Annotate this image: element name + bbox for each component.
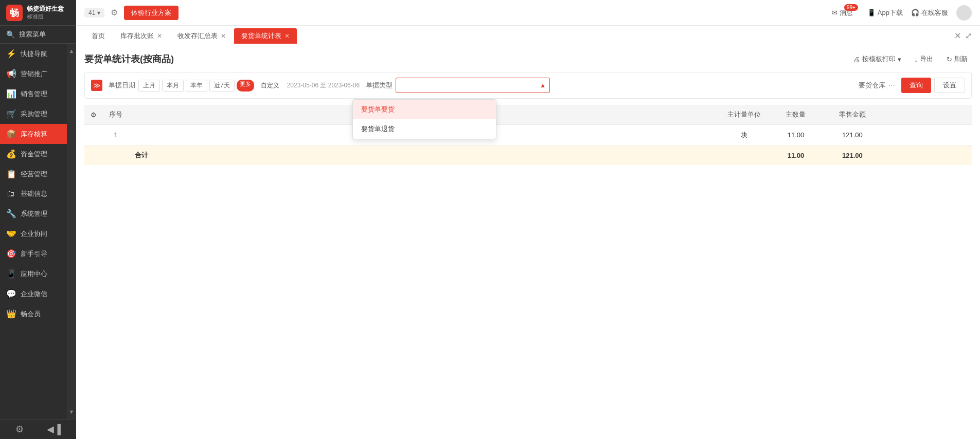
sidebar-item-basic[interactable]: 🗂 基础信息	[0, 184, 67, 204]
collapse-icon[interactable]: ◀▐	[47, 424, 61, 435]
this-month-btn[interactable]: 本月	[162, 80, 184, 92]
sidebar-item-guide[interactable]: 🎯 新手引导	[0, 244, 67, 264]
cooperation-icon: 🤝	[6, 229, 15, 239]
more-dates-badge[interactable]: 更多	[237, 80, 254, 92]
col-no: 序号	[103, 105, 129, 125]
data-table: ⚙ 序号 商品 主计量单位 主数量 零售金额 1	[84, 105, 972, 165]
messages-badge: 99+	[844, 4, 858, 11]
topbar-gear-icon[interactable]: ⚙	[111, 8, 118, 17]
tab-order-stats-close[interactable]: ✕	[284, 32, 290, 40]
type-filter-group: 单据类型 ▲	[366, 78, 852, 93]
custom-date-btn[interactable]: 自定义	[256, 80, 284, 92]
tab-close-all-icon[interactable]: ✕	[954, 31, 961, 41]
messages-button[interactable]: ✉ 消息 99+	[832, 8, 853, 17]
col-extra	[883, 105, 972, 125]
type-dropdown: 要货单要货 要货单退货	[352, 99, 496, 139]
type-select-input[interactable]	[396, 78, 550, 93]
date-buttons: 上月 本月 本年 近7天 更多 自定义	[138, 80, 284, 92]
basic-icon: 🗂	[6, 189, 15, 198]
filter-actions: 查询 设置	[901, 78, 965, 93]
last-month-btn[interactable]: 上月	[138, 80, 160, 92]
col-unit: 主计量单位	[719, 105, 770, 125]
sidebar-item-system[interactable]: 🔧 系统管理	[0, 204, 67, 224]
refresh-button[interactable]: ↻ 刷新	[942, 52, 972, 66]
sidebar-item-wechat[interactable]: 💬 企业微信	[0, 284, 67, 304]
recent-7-btn[interactable]: 近7天	[209, 80, 235, 92]
col-amount: 零售金额	[822, 105, 883, 125]
tab-batch[interactable]: 库存批次账 ✕	[113, 28, 169, 44]
tabbar: 首页 库存批次账 ✕ 收发存汇总表 ✕ 要货单统计表 ✕ ✕ ⤢	[76, 26, 980, 46]
tab-collect-close[interactable]: ✕	[221, 32, 226, 40]
tab-batch-close[interactable]: ✕	[157, 32, 162, 40]
sidebar-item-shortcuts[interactable]: ⚡ 快捷导航	[0, 44, 67, 64]
scroll-up-arrow[interactable]: ▲	[69, 48, 75, 54]
type-select-wrapper: ▲	[396, 78, 550, 93]
sidebar-nav: ⚡ 快捷导航 📢 营销推广 📊 销售管理 🛒 采购管理 📦 库存核算 💰	[0, 44, 76, 419]
members-icon: 👑	[6, 309, 15, 319]
page-header: 要货单统计表(按商品) 🖨 按模板打印 ▾ ↓ 导出 ↻ 刷新	[84, 52, 972, 66]
marketing-icon: 📢	[6, 69, 15, 79]
col-settings[interactable]: ⚙	[84, 105, 103, 125]
table-body: 1 块 11.00 121.00	[84, 125, 972, 145]
tab-collect[interactable]: 收发存汇总表 ✕	[170, 28, 233, 44]
headset-icon: 🎧	[911, 9, 919, 16]
filter-expand-button[interactable]: ≫	[91, 80, 102, 91]
settings-icon[interactable]: ⚙	[15, 424, 24, 435]
scroll-down-arrow[interactable]: ▼	[69, 409, 75, 415]
sidebar-search[interactable]: 🔍 搜索菜单	[0, 26, 76, 44]
warehouse-more-icon[interactable]: ···	[888, 81, 895, 90]
row-no: 1	[103, 125, 129, 145]
sidebar-item-sales[interactable]: 📊 销售管理	[0, 84, 67, 104]
query-button[interactable]: 查询	[901, 78, 931, 93]
footer-no	[103, 145, 129, 166]
sidebar-item-purchase[interactable]: 🛒 采购管理	[0, 104, 67, 124]
warehouse-filter-label: 要货仓库	[859, 81, 885, 90]
tab-order-stats[interactable]: 要货单统计表 ✕	[234, 28, 297, 44]
purchase-icon: 🛒	[6, 109, 15, 119]
finance-icon: 💰	[6, 149, 15, 159]
tab-home[interactable]: 首页	[84, 28, 112, 44]
wechat-icon: 💬	[6, 289, 15, 299]
print-icon: 🖨	[853, 56, 860, 63]
topbar: 41 ▾ ⚙ 体验行业方案 ✉ 消息 99+ 📱 App下载 🎧 在线客服	[76, 0, 980, 26]
version-selector[interactable]: 41 ▾	[84, 8, 104, 17]
filter-settings-button[interactable]: 设置	[934, 78, 965, 93]
user-avatar[interactable]	[956, 5, 972, 21]
online-service-button[interactable]: 🎧 在线客服	[911, 8, 948, 17]
print-chevron-icon: ▾	[898, 56, 901, 63]
page-actions: 🖨 按模板打印 ▾ ↓ 导出 ↻ 刷新	[849, 52, 972, 66]
tab-restore-icon[interactable]: ⤢	[965, 31, 972, 41]
warehouse-filter-group: 要货仓库 ···	[859, 81, 895, 90]
dropdown-item-order-return[interactable]: 要货单退货	[353, 119, 496, 139]
version-chevron-icon: ▾	[97, 9, 100, 16]
table-header: ⚙ 序号 商品 主计量单位 主数量 零售金额	[84, 105, 972, 125]
dropdown-item-order-goods[interactable]: 要货单要货	[353, 100, 496, 119]
sidebar-item-members[interactable]: 👑 畅会员	[0, 304, 67, 324]
sidebar-item-cooperation[interactable]: 🤝 企业协同	[0, 224, 67, 244]
sidebar-item-operations[interactable]: 📋 经营管理	[0, 164, 67, 184]
sidebar-item-inventory[interactable]: 📦 库存核算	[0, 124, 67, 144]
trial-button[interactable]: 体验行业方案	[124, 6, 179, 20]
apps-icon: 📱	[6, 269, 15, 279]
footer-amount: 121.00	[822, 145, 883, 166]
sidebar-footer: ⚙ ◀▐	[0, 419, 76, 439]
phone-icon: 📱	[867, 9, 876, 16]
app-logo: 畅	[6, 5, 23, 21]
export-button[interactable]: ↓ 导出	[911, 52, 938, 66]
guide-icon: 🎯	[6, 249, 15, 259]
table-container: ⚙ 序号 商品 主计量单位 主数量 零售金额 1	[84, 105, 972, 165]
date-filter-group: 单据日期 上月 本月 本年 近7天 更多 自定义 2023-05-06 至 20…	[109, 80, 360, 92]
app-download-button[interactable]: 📱 App下载	[867, 8, 903, 17]
refresh-icon: ↻	[947, 56, 952, 63]
sidebar-header: 畅 畅捷通好生意 标准版	[0, 0, 76, 26]
sidebar-item-marketing[interactable]: 📢 营销推广	[0, 64, 67, 84]
sidebar-item-apps[interactable]: 📱 应用中心	[0, 264, 67, 284]
col-qty: 主数量	[770, 105, 822, 125]
messages-icon: ✉	[832, 9, 838, 16]
shortcuts-icon: ⚡	[6, 49, 15, 59]
row-amount: 121.00	[822, 125, 883, 145]
export-icon: ↓	[915, 56, 918, 63]
this-year-btn[interactable]: 本年	[186, 80, 207, 92]
sidebar-item-finance[interactable]: 💰 资金管理	[0, 144, 67, 164]
print-button[interactable]: 🖨 按模板打印 ▾	[849, 52, 905, 66]
